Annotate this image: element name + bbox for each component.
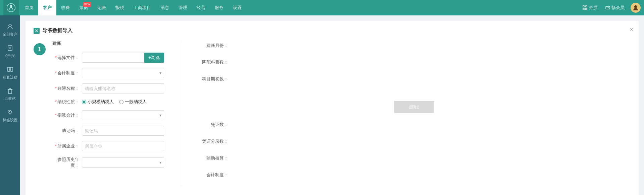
svg-rect-3 (586, 6, 587, 7)
nav-right: 全屏 畅会员 (581, 3, 641, 13)
right-accounting-system-row: 会计制度： (198, 170, 631, 180)
subject-initial-row: 科目期初数： (198, 74, 631, 84)
form-body: 1 建账 *选择文件： +浏览 (34, 41, 631, 187)
nav-services[interactable]: 服务 (210, 0, 228, 15)
build-btn-wrap: 建账 (198, 101, 631, 113)
nav-messages[interactable]: 消息 (156, 0, 174, 15)
sidebar-item-account-migrate[interactable]: 账套迁移 (0, 62, 20, 83)
file-input-row: +浏览 (82, 53, 164, 63)
ledger-name-label: *账簿名称： (52, 85, 79, 91)
sidebar-item-declaration[interactable]: 0申报 (0, 40, 20, 62)
build-button[interactable]: 建账 (394, 101, 434, 113)
nav-bookkeeping[interactable]: 记账 (93, 0, 111, 15)
nav-operations[interactable]: 经营 (192, 0, 210, 15)
browse-button[interactable]: +浏览 (144, 53, 164, 63)
right-accounting-system-value (231, 170, 631, 180)
sidebar-label-declaration: 0申报 (5, 53, 15, 58)
accountant-row: *指派会计： (52, 110, 164, 120)
history-year-select[interactable] (82, 157, 164, 168)
nav-manage[interactable]: 管理 (174, 0, 192, 15)
svg-rect-2 (583, 6, 584, 7)
nav-tax[interactable]: 报税 (111, 0, 129, 15)
form-rows: *选择文件： +浏览 *会计制度： (52, 53, 164, 169)
company-label: *所属企业： (52, 143, 79, 149)
tax-general-label[interactable]: 一般纳税人 (119, 99, 147, 105)
vouchers-value (231, 120, 631, 130)
svg-point-1 (10, 5, 12, 7)
accounting-label: *会计制度： (52, 70, 79, 76)
trash-icon (6, 86, 14, 95)
svg-point-8 (9, 24, 11, 27)
fullscreen-button[interactable]: 全屏 (581, 4, 599, 11)
history-year-select-wrap (82, 157, 164, 168)
accounting-select-wrap (82, 68, 164, 78)
svg-rect-14 (8, 89, 12, 93)
file-input[interactable] (82, 53, 144, 63)
build-month-value (231, 41, 631, 51)
tax-type-label: *纳税性质： (52, 99, 79, 105)
sidebar-item-recycle[interactable]: 回收站 (0, 83, 20, 105)
sidebar-label-account-migrate: 账套迁移 (3, 75, 17, 80)
nav-items: 首页 客户 收费 票据 new 记账 报税 工商项目 消息 管理 经营 服务 设… (20, 0, 581, 15)
vouchers-label: 凭证数： (198, 122, 228, 128)
form-divider (181, 41, 181, 187)
tax-type-radio-group: 小规模纳税人 一般纳税人 (82, 99, 164, 105)
match-subjects-value (231, 57, 631, 67)
memo-row: 助记码： (52, 126, 164, 136)
avatar[interactable] (631, 3, 641, 13)
accounting-select[interactable] (82, 68, 164, 78)
accountant-select-wrap (82, 110, 164, 120)
dialog-title: 导爷数据导入 (42, 27, 72, 34)
tax-type-row: *纳税性质： 小规模纳税人 一般纳税人 (52, 99, 164, 105)
file-label: *选择文件： (52, 55, 79, 61)
nav-fees[interactable]: 收费 (56, 0, 75, 15)
ledger-name-input[interactable] (82, 83, 164, 93)
app-logo[interactable] (3, 0, 19, 15)
tax-small-scale-radio[interactable] (82, 100, 86, 104)
right-accounting-system-label: 会计制度： (198, 172, 228, 178)
history-year-label: 参照历史年度： (52, 156, 79, 169)
tax-general-radio[interactable] (119, 100, 123, 104)
vip-button[interactable]: 畅会员 (603, 4, 627, 11)
sidebar-item-all-clients[interactable]: 全部客户 (0, 19, 20, 40)
memo-input[interactable] (82, 126, 164, 136)
nav-clients[interactable]: 客户 (38, 0, 56, 15)
subject-initial-label: 科目期初数： (198, 76, 228, 82)
aux-accounting-row: 辅助核算： (198, 153, 631, 163)
new-badge: new (83, 2, 91, 7)
sidebar: 全部客户 0申报 账套迁移 回收站 标签设置 (0, 15, 20, 195)
tax-small-scale-label[interactable]: 小规模纳税人 (82, 99, 114, 105)
nav-business[interactable]: 工商项目 (129, 0, 156, 15)
svg-point-7 (634, 5, 637, 8)
svg-rect-6 (606, 6, 610, 9)
sidebar-item-tag-settings[interactable]: 标签设置 (0, 105, 20, 126)
form-right-inner: 建账月份： 匹配科目数： 科目期初数： 建账 (198, 41, 631, 187)
person-icon (6, 22, 14, 31)
match-subjects-label: 匹配科目数： (198, 59, 228, 65)
step-label: 建账 (52, 41, 164, 47)
main-content: 导爷数据导入 × 1 建账 *选择文件： (20, 15, 644, 195)
nav-home[interactable]: 首页 (20, 0, 38, 15)
aux-accounting-value (231, 153, 631, 163)
file-row: *选择文件： +浏览 (52, 53, 164, 63)
dialog-card: 导爷数据导入 × 1 建账 *选择文件： (26, 21, 639, 195)
subject-initial-value (231, 74, 631, 84)
nav-invoices[interactable]: 票据 new (75, 0, 93, 15)
build-month-row: 建账月份： (198, 41, 631, 51)
svg-rect-12 (7, 67, 10, 71)
history-year-row: 参照历史年度： (52, 156, 164, 169)
accountant-select[interactable] (82, 110, 164, 120)
svg-point-16 (9, 111, 10, 112)
nav-settings[interactable]: 设置 (228, 0, 246, 15)
header-icon (34, 28, 40, 34)
voucher-records-value (231, 136, 631, 146)
company-input[interactable] (82, 141, 164, 151)
step-badge: 1 (34, 43, 46, 55)
dialog-header: 导爷数据导入 (34, 27, 631, 34)
close-button[interactable]: × (630, 26, 633, 33)
top-navigation: 首页 客户 收费 票据 new 记账 报税 工商项目 消息 管理 经营 服务 设… (0, 0, 644, 15)
svg-rect-5 (586, 8, 587, 10)
voucher-records-row: 凭证分录数： (198, 136, 631, 146)
match-subjects-row: 匹配科目数： (198, 57, 631, 67)
ledger-name-row: *账簿名称： (52, 83, 164, 93)
